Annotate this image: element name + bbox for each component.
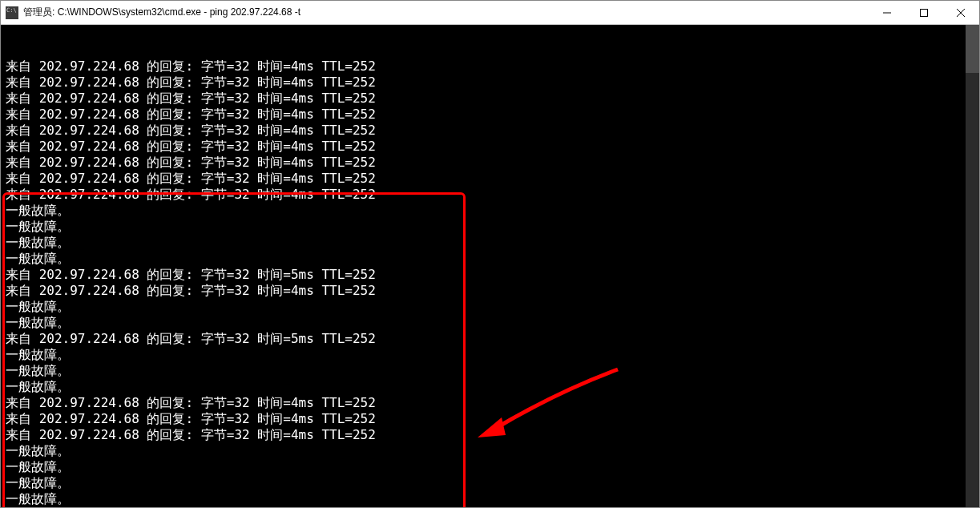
ping-reply-line: 来自 202.97.224.68 的回复: 字节=32 时间=4ms TTL=2… bbox=[6, 107, 963, 123]
scrollbar[interactable] bbox=[966, 25, 979, 507]
ping-failure-line: 一般故障。 bbox=[6, 491, 963, 507]
ping-reply-line: 来自 202.97.224.68 的回复: 字节=32 时间=4ms TTL=2… bbox=[6, 139, 963, 155]
ping-failure-line: 一般故障。 bbox=[6, 315, 963, 331]
ping-reply-line: 来自 202.97.224.68 的回复: 字节=32 时间=4ms TTL=2… bbox=[6, 155, 963, 171]
ping-failure-line: 一般故障。 bbox=[6, 251, 963, 267]
window-title: 管理员: C:\WINDOWS\system32\cmd.exe - ping … bbox=[23, 6, 869, 19]
ping-failure-line: 一般故障。 bbox=[6, 235, 963, 251]
minimize-button[interactable] bbox=[869, 1, 905, 24]
ping-failure-line: 一般故障。 bbox=[6, 459, 963, 475]
cmd-window: 管理员: C:\WINDOWS\system32\cmd.exe - ping … bbox=[0, 0, 980, 508]
ping-reply-line: 来自 202.97.224.68 的回复: 字节=32 时间=4ms TTL=2… bbox=[6, 91, 963, 107]
ping-reply-line: 来自 202.97.224.68 的回复: 字节=32 时间=4ms TTL=2… bbox=[6, 58, 963, 75]
ping-failure-line: 一般故障。 bbox=[6, 379, 963, 395]
cmd-icon bbox=[6, 6, 18, 19]
close-button[interactable] bbox=[942, 1, 979, 24]
ping-failure-line: 一般故障。 bbox=[6, 203, 963, 219]
ping-failure-line: 一般故障。 bbox=[6, 443, 963, 459]
ping-failure-line: 一般故障。 bbox=[6, 219, 963, 235]
ping-reply-line: 来自 202.97.224.68 的回复: 字节=32 时间=5ms TTL=2… bbox=[6, 267, 963, 283]
titlebar[interactable]: 管理员: C:\WINDOWS\system32\cmd.exe - ping … bbox=[1, 1, 979, 25]
ping-reply-line: 来自 202.97.224.68 的回复: 字节=32 时间=4ms TTL=2… bbox=[6, 427, 963, 443]
ping-reply-line: 来自 202.97.224.68 的回复: 字节=32 时间=4ms TTL=2… bbox=[6, 283, 963, 299]
ping-reply-line: 来自 202.97.224.68 的回复: 字节=32 时间=4ms TTL=2… bbox=[6, 171, 963, 187]
ping-reply-line: 来自 202.97.224.68 的回复: 字节=32 时间=5ms TTL=2… bbox=[6, 331, 963, 347]
ping-failure-line: 一般故障。 bbox=[6, 299, 963, 315]
ping-reply-line: 来自 202.97.224.68 的回复: 字节=32 时间=4ms TTL=2… bbox=[6, 411, 963, 427]
ping-reply-line: 来自 202.97.224.68 的回复: 字节=32 时间=4ms TTL=2… bbox=[6, 395, 963, 411]
ping-failure-line: 一般故障。 bbox=[6, 363, 963, 379]
ping-reply-line: 来自 202.97.224.68 的回复: 字节=32 时间=4ms TTL=2… bbox=[6, 187, 963, 203]
window-controls bbox=[869, 1, 979, 24]
maximize-button[interactable] bbox=[905, 1, 942, 24]
scrollbar-thumb[interactable] bbox=[966, 25, 979, 73]
ping-reply-line: 来自 202.97.224.68 的回复: 字节=32 时间=4ms TTL=2… bbox=[6, 123, 963, 139]
ping-failure-line: 一般故障。 bbox=[6, 475, 963, 491]
svg-rect-1 bbox=[921, 9, 928, 16]
ping-failure-line: 一般故障。 bbox=[6, 347, 963, 363]
terminal-output[interactable]: 来自 202.97.224.68 的回复: 字节=32 时间=4ms TTL=2… bbox=[1, 25, 979, 507]
ping-reply-line: 来自 202.97.224.68 的回复: 字节=32 时间=4ms TTL=2… bbox=[6, 75, 963, 91]
